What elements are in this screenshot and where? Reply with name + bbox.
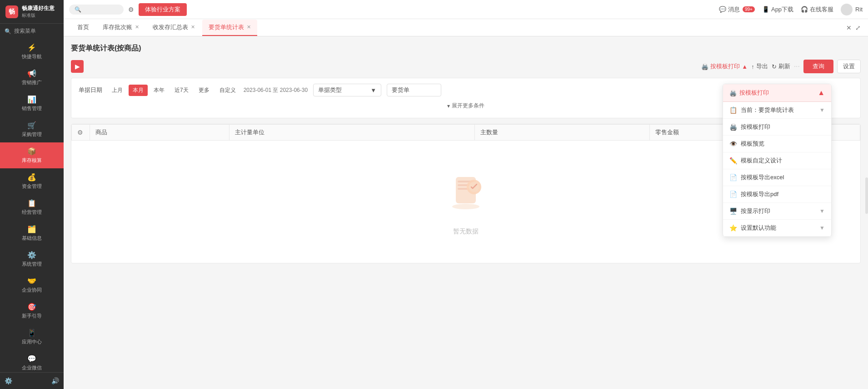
finance-label: 资金管理 (22, 183, 42, 190)
template-preview-label: 模板预览 (741, 140, 764, 148)
default-func-icon: ⭐ (729, 224, 737, 232)
guide-icon: 🎯 (27, 303, 36, 311)
refresh-button[interactable]: ↻ 刷新 (772, 62, 790, 71)
dropdown-header: 🖨️ 按模板打印 ▲ (723, 84, 831, 102)
sales-icon: 📊 (27, 95, 36, 104)
app-download-button[interactable]: 📱 App下载 (762, 5, 793, 14)
basic-label: 基础信息 (22, 235, 42, 242)
refresh-icon: ↻ (772, 63, 777, 70)
expand-more-label: 展开更多条件 (452, 102, 484, 110)
dropdown-title: 🖨️ 按模板打印 (729, 89, 769, 97)
operation-icon: 📋 (27, 199, 36, 207)
sidebar-nav: ⚡ 快捷导航 📢 营销推广 📊 销售管理 🛒 采购管理 📦 库存核算 💰 资金管… (0, 39, 64, 372)
tab-order-stats-label: 要货单统计表 (209, 23, 244, 31)
date-pill-custom[interactable]: 自定义 (215, 85, 240, 96)
window-expand-icon[interactable]: ⤢ (855, 24, 861, 31)
date-pill-this-month[interactable]: 本月 (129, 85, 148, 96)
marketing-label: 营销推广 (22, 79, 42, 86)
dropdown-item-template-excel[interactable]: 📄 按模板导出excel (723, 169, 831, 186)
footer-sound-icon[interactable]: 🔊 (51, 377, 59, 384)
sidebar-item-operation[interactable]: 📋 经营管理 (0, 194, 64, 220)
expand-toggle-icon: ▶ (75, 63, 80, 70)
tab-home[interactable]: 首页 (71, 20, 95, 36)
message-label: 消息 (728, 5, 740, 14)
date-pill-more[interactable]: 更多 (195, 85, 214, 96)
tag-filter-label: 要货单 (392, 86, 409, 94)
user-avatar (841, 4, 853, 15)
inventory-icon: 📦 (27, 147, 36, 156)
appstore-label: 应用中心 (22, 338, 42, 345)
tab-inventory-batch[interactable]: 库存批次账 ✕ (96, 20, 145, 36)
dropdown-item-display-print[interactable]: 🖥️ 按显示打印 ▼ (723, 203, 831, 220)
toolbar-more-icon[interactable]: ··· (794, 62, 800, 71)
tag-filter-input[interactable]: 要货单 (387, 84, 441, 96)
template-print-button[interactable]: 🖨️ 按模板打印 ▲ (701, 62, 748, 71)
quicknav-label: 快捷导航 (22, 53, 42, 60)
message-badge: 99+ (743, 6, 755, 12)
date-pill-this-year[interactable]: 本年 (150, 85, 169, 96)
dropdown-item-default-func[interactable]: ⭐ 设置默认功能 ▼ (723, 220, 831, 237)
template-print-dropdown: 🖨️ 按模板打印 ▲ 📋 当前：要货单统计表 ▼ 🖨️ 按模板打印 👁️ 模板预 (723, 84, 832, 237)
service-icon: 🎧 (801, 6, 808, 13)
dropdown-item-template-pdf[interactable]: 📄 按模板导出pdf (723, 186, 831, 203)
sidebar-item-corp[interactable]: 🤝 企业协同 (0, 272, 64, 298)
online-service-button[interactable]: 🎧 在线客服 (801, 5, 833, 14)
table-settings-icon[interactable]: ⚙ (77, 129, 83, 136)
page-title: 要货单统计表(按商品) (71, 44, 141, 53)
expand-toggle-button[interactable]: ▶ (71, 60, 84, 73)
app-logo-icon: 畅 (5, 5, 18, 18)
sidebar-item-marketing[interactable]: 📢 营销推广 (0, 65, 64, 91)
dropdown-current-item[interactable]: 📋 当前：要货单统计表 ▼ (723, 102, 831, 119)
toolbar-right: 🖨️ 按模板打印 ▲ ↑ 导出 ↻ 刷新 ··· 查询 设置 (701, 60, 861, 73)
date-pill-last-month[interactable]: 上月 (108, 85, 127, 96)
sidebar-item-purchase[interactable]: 🛒 采购管理 (0, 116, 64, 142)
col-settings[interactable]: ⚙ (72, 125, 90, 141)
topbar-search[interactable]: 🔍 (69, 5, 124, 15)
dropdown-item-template-print[interactable]: 🖨️ 按模板打印 (723, 119, 831, 136)
dropdown-title-label: 按模板打印 (739, 89, 769, 97)
footer-settings-icon[interactable]: ⚙️ (5, 377, 12, 384)
sidebar-item-system[interactable]: ⚙️ 系统管理 (0, 246, 64, 272)
tab-receipt-summary[interactable]: 收发存汇总表 ✕ (146, 20, 201, 36)
tab-receipt-summary-close[interactable]: ✕ (191, 24, 195, 30)
industry-solution-button[interactable]: 体验行业方案 (139, 3, 187, 16)
wechat-label: 企业微信 (22, 364, 42, 371)
sidebar-item-quicknav[interactable]: ⚡ 快捷导航 (0, 39, 64, 65)
app-name: 畅康通好生意 (22, 5, 55, 12)
type-filter-select[interactable]: 单据类型 ▼ (313, 84, 381, 96)
window-close-icon[interactable]: ✕ (846, 24, 852, 31)
sales-label: 销售管理 (22, 105, 42, 112)
sidebar-logo: 畅 畅康通好生意 标准版 (0, 0, 64, 24)
sidebar-search[interactable]: 🔍 搜索菜单 (0, 24, 64, 39)
sidebar-item-sales[interactable]: 📊 销售管理 (0, 91, 64, 116)
message-button[interactable]: 💬 消息 99+ (719, 5, 755, 14)
date-pill-7days[interactable]: 近7天 (170, 85, 193, 96)
settings-button[interactable]: 设置 (837, 60, 861, 73)
query-button[interactable]: 查询 (803, 60, 833, 73)
topbar-search-icon: 🔍 (75, 6, 81, 13)
tab-order-stats[interactable]: 要货单统计表 ✕ (202, 20, 257, 36)
dropdown-item-template-design[interactable]: ✏️ 模板自定义设计 (723, 152, 831, 169)
dropdown-item-template-preview[interactable]: 👁️ 模板预览 (723, 136, 831, 152)
empty-text: 暂无数据 (453, 227, 479, 236)
template-print-label: 按模板打印 (710, 62, 740, 71)
display-print-label: 按显示打印 (741, 207, 770, 215)
sidebar-item-basic[interactable]: 🗂️ 基础信息 (0, 220, 64, 246)
user-profile[interactable]: Rit (841, 4, 863, 15)
purchase-icon: 🛒 (27, 121, 36, 130)
right-scrollbar[interactable] (865, 177, 868, 214)
current-template-chevron: ▼ (819, 107, 825, 113)
template-preview-icon: 👁️ (729, 140, 737, 147)
sidebar-item-inventory[interactable]: 📦 库存核算 (0, 142, 64, 168)
tab-order-stats-close[interactable]: ✕ (247, 24, 251, 30)
sidebar-item-guide[interactable]: 🎯 新手引导 (0, 298, 64, 324)
app-download-label: App下载 (771, 5, 793, 14)
sidebar-item-appstore[interactable]: 📱 应用中心 (0, 324, 64, 350)
dropdown-close-button[interactable]: ▲ (818, 89, 825, 97)
tab-inventory-batch-close[interactable]: ✕ (135, 24, 139, 30)
export-button[interactable]: ↑ 导出 (751, 62, 768, 71)
sidebar-item-finance[interactable]: 💰 资金管理 (0, 168, 64, 194)
sidebar-item-wechat[interactable]: 💬 企业微信 (0, 350, 64, 372)
appstore-icon: 📱 (27, 328, 36, 337)
topbar-settings-icon[interactable]: ⚙ (128, 6, 134, 13)
